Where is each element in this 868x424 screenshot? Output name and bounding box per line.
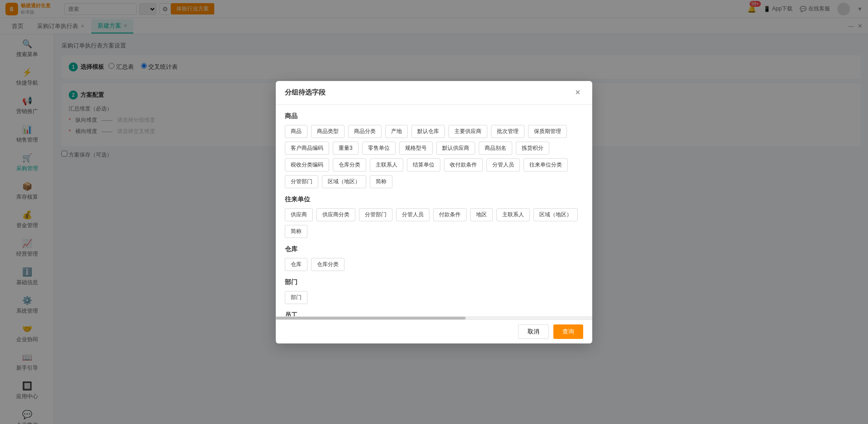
field-tag-0-6[interactable]: 批次管理 xyxy=(491,125,524,138)
field-group-title-1: 往来单位 xyxy=(285,195,583,204)
field-tag-2-1[interactable]: 仓库分类 xyxy=(311,258,344,271)
field-tag-0-15[interactable]: 税收分类编码 xyxy=(285,158,329,172)
field-tag-1-2[interactable]: 分管部门 xyxy=(359,208,392,221)
field-tags-2: 仓库仓库分类 xyxy=(285,258,583,271)
modal-footer: 取消 查询 xyxy=(276,319,592,343)
field-tag-0-12[interactable]: 默认供应商 xyxy=(436,142,475,155)
field-tag-3-0[interactable]: 部门 xyxy=(285,291,307,304)
field-tag-0-10[interactable]: 零售单位 xyxy=(362,142,396,155)
field-tag-0-4[interactable]: 默认仓库 xyxy=(411,125,445,138)
field-tag-1-8[interactable]: 简称 xyxy=(285,225,307,238)
field-tags-3: 部门 xyxy=(285,291,583,304)
field-tag-0-19[interactable]: 收付款条件 xyxy=(444,158,483,172)
field-tag-1-6[interactable]: 主联系人 xyxy=(496,208,530,221)
field-group-title-0: 商品 xyxy=(285,112,583,120)
field-tag-0-13[interactable]: 商品别名 xyxy=(479,142,512,155)
field-tag-1-1[interactable]: 供应商分类 xyxy=(316,208,355,221)
modal-title: 分组待选字段 xyxy=(285,88,326,97)
field-tag-0-18[interactable]: 结算单位 xyxy=(407,158,440,172)
field-tag-0-1[interactable]: 商品类型 xyxy=(311,125,344,138)
field-tag-1-5[interactable]: 地区 xyxy=(470,208,493,221)
field-tags-1: 供应商供应商分类分管部门分管人员付款条件地区主联系人区域（地区）简称 xyxy=(285,208,583,238)
field-group-title-2: 仓库 xyxy=(285,245,583,253)
field-group-1: 往来单位供应商供应商分类分管部门分管人员付款条件地区主联系人区域（地区）简称 xyxy=(285,195,583,238)
field-group-title-4: 员工 xyxy=(285,311,583,317)
confirm-button[interactable]: 查询 xyxy=(553,324,583,339)
modal-close-button[interactable]: × xyxy=(572,87,583,98)
field-tag-0-2[interactable]: 商品分类 xyxy=(348,125,382,138)
field-group-title-3: 部门 xyxy=(285,278,583,286)
field-tag-0-5[interactable]: 主要供应商 xyxy=(448,125,487,138)
field-group-0: 商品商品商品类型商品分类产地默认仓库主要供应商批次管理保质期管理客户商品编码重量… xyxy=(285,112,583,188)
field-tag-0-9[interactable]: 重量3 xyxy=(333,142,359,155)
field-tag-0-24[interactable]: 简称 xyxy=(370,175,392,188)
field-tag-1-3[interactable]: 分管人员 xyxy=(396,208,429,221)
modal-overlay: 分组待选字段 × 商品商品商品类型商品分类产地默认仓库主要供应商批次管理保质期管… xyxy=(0,0,868,424)
modal-horizontal-scrollbar[interactable] xyxy=(276,316,592,319)
cancel-button[interactable]: 取消 xyxy=(518,324,549,339)
field-tag-0-22[interactable]: 分管部门 xyxy=(285,175,318,188)
field-tag-0-8[interactable]: 客户商品编码 xyxy=(285,142,329,155)
field-tag-1-0[interactable]: 供应商 xyxy=(285,208,313,221)
field-tag-0-17[interactable]: 主联系人 xyxy=(370,158,403,172)
field-tag-1-7[interactable]: 区域（地区） xyxy=(533,208,578,221)
modal-body[interactable]: 商品商品商品类型商品分类产地默认仓库主要供应商批次管理保质期管理客户商品编码重量… xyxy=(276,105,592,317)
field-tag-0-0[interactable]: 商品 xyxy=(285,125,307,138)
field-tag-0-23[interactable]: 区域（地区） xyxy=(322,175,366,188)
field-tag-0-7[interactable]: 保质期管理 xyxy=(528,125,567,138)
field-group-2: 仓库仓库仓库分类 xyxy=(285,245,583,271)
field-tag-2-0[interactable]: 仓库 xyxy=(285,258,307,271)
field-tag-0-14[interactable]: 拣货积分 xyxy=(516,142,549,155)
modal-header: 分组待选字段 × xyxy=(276,81,592,105)
field-tag-0-11[interactable]: 规格型号 xyxy=(399,142,433,155)
field-group-3: 部门部门 xyxy=(285,278,583,304)
field-tag-1-4[interactable]: 付款条件 xyxy=(433,208,467,221)
field-tag-0-20[interactable]: 分管人员 xyxy=(486,158,520,172)
horizontal-scrollbar-thumb[interactable] xyxy=(276,317,466,319)
field-group-4: 员工业务员 xyxy=(285,311,583,317)
field-select-modal: 分组待选字段 × 商品商品商品类型商品分类产地默认仓库主要供应商批次管理保质期管… xyxy=(276,81,592,343)
field-tag-0-16[interactable]: 仓库分类 xyxy=(333,158,366,172)
field-tag-0-3[interactable]: 产地 xyxy=(385,125,408,138)
field-tags-0: 商品商品类型商品分类产地默认仓库主要供应商批次管理保质期管理客户商品编码重量3零… xyxy=(285,125,583,188)
field-tag-0-21[interactable]: 往来单位分类 xyxy=(524,158,568,172)
